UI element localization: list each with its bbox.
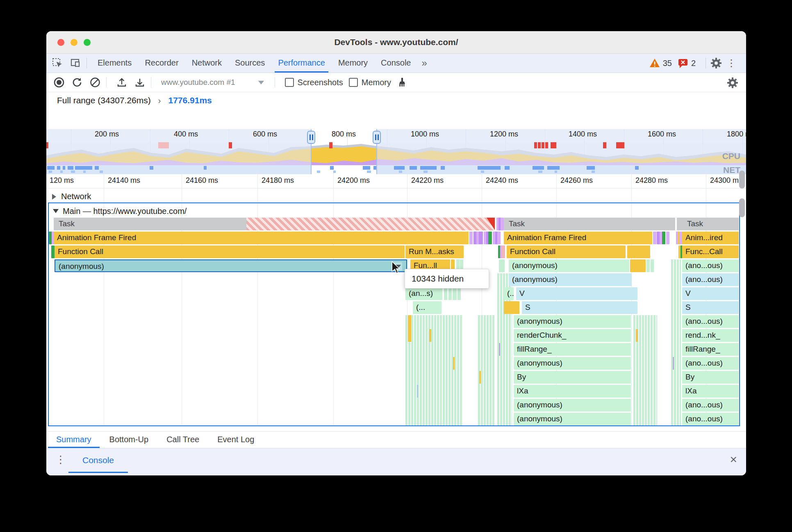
- flame-bar-anonymous[interactable]: (anonymous): [514, 315, 631, 328]
- tab-elements[interactable]: Elements: [91, 54, 138, 73]
- flame-bar[interactable]: [448, 287, 452, 300]
- detail-time-ruler[interactable]: 120 ms24140 ms24160 ms24180 ms24200 ms24…: [46, 174, 746, 189]
- flame-bar[interactable]: [497, 232, 501, 244]
- micro-call-accent[interactable]: [453, 357, 455, 370]
- flame-bar-task[interactable]: Task: [504, 218, 675, 230]
- flame-bar-task[interactable]: Task: [54, 218, 246, 230]
- flame-bar-v[interactable]: V: [682, 287, 739, 300]
- record-button[interactable]: [52, 75, 66, 89]
- collapse-triangle-icon[interactable]: [53, 209, 59, 213]
- flame-bar[interactable]: [501, 259, 505, 272]
- flame-bar-by[interactable]: By: [514, 371, 631, 384]
- flame-bar-animation-frame-fired[interactable]: Animation Frame Fired: [504, 232, 652, 244]
- micro-call-accent[interactable]: [636, 329, 638, 342]
- drawer-console-tab[interactable]: Console: [68, 448, 128, 474]
- tab-event-log[interactable]: Event Log: [217, 432, 254, 448]
- flame-bar-v[interactable]: V: [516, 287, 637, 300]
- micro-call-accent[interactable]: [673, 357, 674, 370]
- flame-bar-ano-ous[interactable]: (ano...ous): [682, 357, 739, 370]
- selection-handle-left[interactable]: [307, 131, 315, 144]
- timeline-overview[interactable]: 200 ms400 ms600 ms800 ms1000 ms1200 ms14…: [46, 109, 746, 174]
- clear-recording-button[interactable]: [88, 75, 102, 89]
- flame-bar-s[interactable]: S: [522, 301, 637, 314]
- micro-call-strips[interactable]: [405, 315, 463, 425]
- select-caret-icon[interactable]: [258, 81, 264, 84]
- micro-call-accent[interactable]: [429, 329, 431, 342]
- track-scrollbar-thumb[interactable]: [739, 198, 745, 217]
- micro-call-accent[interactable]: [408, 315, 411, 342]
- error-icon[interactable]: [678, 58, 688, 68]
- flame-bar[interactable]: [469, 232, 473, 244]
- load-profile-icon[interactable]: [115, 75, 129, 89]
- flame-bar-anonymous[interactable]: (anonymous): [514, 399, 631, 412]
- flame-bar-[interactable]: (...: [413, 301, 442, 314]
- flame-bar-ano-ous[interactable]: (ano...ous): [682, 315, 739, 328]
- micro-call-strips[interactable]: [478, 315, 494, 425]
- main-track-header[interactable]: Main — https://www.youtube.com/: [49, 203, 739, 217]
- flame-bar[interactable]: [646, 259, 650, 272]
- main-thread-track[interactable]: Main — https://www.youtube.com/ TaskTask…: [48, 202, 740, 426]
- flame-bar-anonymous[interactable]: (anonymous): [509, 273, 632, 286]
- tab-summary[interactable]: Summary: [56, 432, 91, 448]
- flame-chart[interactable]: TaskTaskTaskAnimation Frame FiredAnimati…: [48, 217, 740, 425]
- capture-settings-gear-icon[interactable]: [726, 76, 740, 90]
- micro-call-accent[interactable]: [417, 385, 418, 398]
- flame-bar[interactable]: [504, 301, 519, 314]
- flame-bar-anim-ired[interactable]: Anim...ired: [682, 232, 739, 244]
- memory-checkbox[interactable]: [349, 78, 358, 87]
- flame-bar[interactable]: [502, 246, 505, 258]
- warning-icon[interactable]: [649, 58, 660, 68]
- flame-bar[interactable]: [51, 246, 55, 258]
- flame-bar[interactable]: [457, 287, 461, 300]
- expand-triangle-icon[interactable]: [52, 194, 56, 200]
- more-tabs-icon[interactable]: »: [418, 57, 430, 69]
- flame-bar-lxa[interactable]: lXa: [514, 385, 631, 398]
- flame-bar-run-m-asks[interactable]: Run M...asks: [405, 246, 464, 258]
- save-profile-icon[interactable]: [133, 75, 147, 89]
- tab-bottom-up[interactable]: Bottom-Up: [109, 432, 149, 448]
- flame-bar[interactable]: [501, 218, 504, 230]
- flame-bar[interactable]: [246, 218, 495, 230]
- flame-bar-ano-ous[interactable]: (ano...ous): [682, 259, 739, 272]
- flame-bar-[interactable]: (...: [504, 287, 514, 300]
- more-options-icon[interactable]: ⋮: [722, 57, 740, 69]
- drawer-close-icon[interactable]: ×: [730, 452, 737, 466]
- capture-select[interactable]: www.youtube.com #1: [161, 78, 235, 87]
- flame-bar-function-call[interactable]: Function Call: [507, 246, 626, 258]
- flame-bar-anonymous[interactable]: (anonymous): [509, 259, 629, 272]
- flame-bar-anonymous[interactable]: (anonymous): [514, 413, 631, 425]
- flame-bar[interactable]: [662, 232, 665, 244]
- flame-bar[interactable]: [630, 259, 646, 272]
- flame-bar-an-s[interactable]: (an...s): [405, 287, 442, 300]
- flame-bar-ano-ous[interactable]: (ano...ous): [682, 413, 739, 425]
- micro-call-accent[interactable]: [499, 343, 500, 356]
- flame-bar-fillrange[interactable]: fillRange_: [682, 343, 739, 356]
- tab-recorder[interactable]: Recorder: [138, 54, 185, 73]
- selected-range-crumb[interactable]: 1776.91ms: [168, 95, 212, 105]
- garbage-collect-icon[interactable]: [395, 75, 409, 89]
- ruler-scrollbar-thumb[interactable]: [739, 171, 745, 189]
- drawer-more-icon[interactable]: ⋮: [55, 453, 66, 466]
- inspect-element-icon[interactable]: [50, 56, 64, 70]
- flame-bar[interactable]: [488, 232, 492, 244]
- flame-bar[interactable]: [453, 287, 457, 300]
- device-toolbar-icon[interactable]: [68, 56, 82, 70]
- flame-bar-task[interactable]: Task: [682, 218, 739, 230]
- flame-bar-s[interactable]: S: [682, 301, 739, 314]
- flame-bar[interactable]: [479, 232, 483, 244]
- micro-call-accent[interactable]: [479, 371, 481, 384]
- flame-bar[interactable]: [653, 232, 656, 244]
- flame-bar-func-call[interactable]: Func...Call: [682, 246, 739, 258]
- settings-gear-icon[interactable]: [710, 57, 722, 69]
- flame-bar[interactable]: [444, 287, 447, 300]
- tab-console[interactable]: Console: [374, 54, 417, 73]
- flame-bar-animation-frame-fired[interactable]: Animation Frame Fired: [54, 232, 469, 244]
- tab-performance[interactable]: Performance: [271, 54, 332, 73]
- tab-memory[interactable]: Memory: [332, 54, 374, 73]
- flame-bar-anonymous[interactable]: (anonymous): [55, 259, 407, 272]
- network-track-row[interactable]: Network: [46, 189, 746, 204]
- flame-bar-lxa[interactable]: lXa: [682, 385, 739, 398]
- reload-record-button[interactable]: [70, 75, 84, 89]
- full-range-crumb[interactable]: Full range (34307.26ms): [57, 95, 151, 105]
- flame-bar-rend-nk[interactable]: rend...nk_: [682, 329, 739, 342]
